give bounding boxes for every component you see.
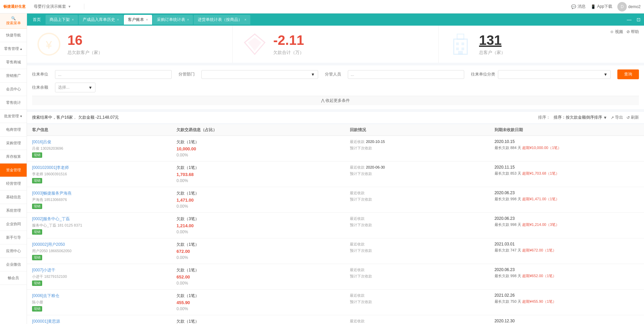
customer-name-5[interactable]: [0007]小进干 [32,268,55,272]
sidebar-item-newbie[interactable]: 新手引导 [0,231,27,244]
customer-info-2: [0003]畅捷服务尹海燕 尹海燕 18513066976 现销 [32,190,176,209]
export-icon: ↗ [611,115,614,120]
filter-collapse-btn[interactable]: ⋀ 收起更多条件 [32,96,639,105]
return-info-1: 最近收款 2020-06-30 预计下次收款 [350,165,494,176]
tab-product-shelf-close[interactable]: × [72,18,74,22]
due-date-5: 2020.06.23 [495,267,639,272]
return-info-2: 最近收款 预计下次收款 [350,190,494,202]
filter-category-arrow-icon: ▼ [604,72,608,77]
filter-balance-select[interactable]: 选择... ▼ [55,83,95,92]
due-info-2: 2020.06.23 最长欠款 998 天 超期¥1,471.00（1笔） [495,190,639,202]
customer-name-4[interactable]: [000002]用户2050 [32,242,65,247]
sidebar-item-quick-nav[interactable]: 快捷导航 [0,29,27,42]
filter-supplier-input[interactable]: ... [55,70,172,79]
filter-row-2: 往来余额 选择... ▼ [32,83,639,92]
customer-phone-2: 尹海燕 18513066976 [32,197,176,202]
app-download-btn[interactable]: 📱 App下载 [591,4,612,9]
tab-purchase-stats-close[interactable]: × [244,18,246,22]
app-label: App下载 [597,4,612,9]
tab-product-history[interactable]: 产成品入库单历史 × [79,15,123,25]
sidebar-item-basic-info[interactable]: 基础信息 [0,190,27,204]
due-overdue-5[interactable]: 超期¥652.00（1笔） [522,274,556,278]
stat-icon-yuan: ¥ [37,32,61,56]
customer-info-5: [0007]小进干 小进干 18279152100 现销 [32,267,176,286]
content-area: 首页 商品上下架 × 产成品入库单历史 × 客户账本 × 采购订单统计表 × 进… [27,13,644,324]
search-menu[interactable]: 🔍 搜索菜单 [0,13,27,29]
tab-product-history-close[interactable]: × [117,18,119,22]
sidebar-item-member-center[interactable]: 会员中心 [0,83,27,96]
marketing-label: 营销推广 [6,73,21,78]
result-debt-summary: 欠款金额 -21,148.07元 [78,115,119,120]
due-overdue-2[interactable]: 超期¥1,471.00（1笔） [522,197,559,201]
customer-phone-5: 小进干 18279152100 [32,274,176,279]
sidebar-item-app-center[interactable]: 应用中心 [0,244,27,258]
tab-customer-account-close[interactable]: × [146,18,148,22]
filter-person-input[interactable]: ... [348,70,465,79]
video-btn[interactable]: ⊙ 视频 [610,29,623,35]
sidebar-item-system[interactable]: 系统管理 [0,204,27,217]
debt-total-label: 欠款合计（万） [273,50,304,56]
customer-tag-4: 现销 [32,255,42,260]
due-days-4: 最长欠款 747 天 超期¥672.00（1笔） [495,248,639,253]
message-btn[interactable]: 💬 消息 [571,4,586,9]
tab-customer-account[interactable]: 客户账本 × [124,15,152,25]
due-date-7: 2020.12.30 [495,319,639,323]
refresh-button[interactable]: ↺ 刷新 [626,115,639,120]
customer-name-0[interactable]: [0016]吕俊 [32,140,51,144]
sidebar-item-retail-mgmt[interactable]: 零售管理 ▲ [0,42,27,56]
return-next-3: 预计下次收款 [350,223,494,228]
sidebar-item-marketing[interactable]: 营销推广 [0,69,27,83]
svg-rect-8 [456,48,459,50]
table-row: [0002]服务中心_丁磊 服务中心_丁磊 181 0125 8371 现销 欠… [27,213,644,238]
stat-icon-diamond [243,32,267,56]
company-name: 母婴行业演示账套 [34,4,66,9]
due-overdue-4[interactable]: 超期¥672.00（1笔） [522,248,556,252]
sidebar-item-retail-stats[interactable]: 零售统计 [0,96,27,110]
due-overdue-6[interactable]: 超期¥455.90（1笔） [522,299,556,303]
sidebar-item-batch-mgmt[interactable]: 批发管理 ▼ [0,110,27,123]
enterprise-label: 企业协同 [6,222,21,226]
filter-category-select[interactable]: ▼ [498,70,611,79]
export-button[interactable]: ↗ 导出 [611,115,623,120]
filter-dept-select[interactable]: ▼ [201,70,318,79]
due-overdue-1[interactable]: 超期¥1,703.68（1笔） [522,171,559,175]
sidebar-item-finance[interactable]: 资金管理 [0,164,27,177]
user-area[interactable]: D demo2 [617,2,641,11]
due-overdue-3[interactable]: 超期¥1,214.00（3笔） [522,223,559,227]
tab-purchase-order[interactable]: 采购订单统计表 × [153,15,193,25]
tab-product-shelf[interactable]: 商品上下架 × [46,15,78,25]
debt-count-1: 欠款（1笔） [176,165,350,171]
sidebar-item-purchase[interactable]: 采购管理 [0,137,27,150]
filter-person-label: 分管人员 [325,71,345,77]
sidebar-item-inventory[interactable]: 库存核算 [0,150,27,164]
customer-name-1[interactable]: [0001020001]李老师 [32,165,69,170]
sidebar-item-retail-mall[interactable]: 零售商城 [0,56,27,69]
customer-name-6[interactable]: [0006]去下粮仓 [32,293,59,298]
tab-purchase-order-close[interactable]: × [187,18,189,22]
tab-minimize-btn[interactable]: — [625,16,633,23]
customer-info-0: [0016]吕俊 吕俊 13026203696 现销 [32,139,176,158]
filter-area: 往来单位 ... 分管部门 ▼ 分管人员 [27,65,644,109]
company-selector[interactable]: 母婴行业演示账套 ▼ [30,4,84,9]
sidebar-item-enterprise[interactable]: 企业协同 [0,217,27,231]
customer-name-7[interactable]: [000001]黄思源 [32,319,60,324]
debt-amount-3: 1,214.00 [176,223,350,228]
tab-home[interactable]: 首页 [29,15,45,25]
sidebar-item-wechat[interactable]: 企业微信 [0,258,27,271]
customer-name-2[interactable]: [0003]畅捷服务尹海燕 [32,191,72,196]
sidebar-item-member-plus[interactable]: 畅会员 [0,271,27,285]
stat-info-debt-total: -2.11 欠款合计（万） [273,33,304,56]
customer-name-3[interactable]: [0002]服务中心_丁磊 [32,216,70,221]
sidebar-item-ecommerce[interactable]: 电商管理 [0,123,27,137]
help-btn[interactable]: ⊘ 帮助 [626,29,639,35]
message-label: 消息 [578,4,586,9]
tab-maximize-btn[interactable]: ⊡ [635,16,642,23]
sort-button[interactable]: 排序：按欠款金额倒序排序 ▼ [554,115,607,120]
customer-phone-1: 李老师 18600391516 [32,172,176,177]
due-overdue-0[interactable]: 超期¥10,000.00（1笔） [522,146,561,150]
query-button[interactable]: 查询 [617,69,639,79]
sidebar-item-operation[interactable]: 经营管理 [0,177,27,190]
return-date-1: 2020-06-30 [366,165,385,169]
tab-purchase-stats[interactable]: 进货单统计表（按商品） × [194,15,250,25]
return-label-6: 最近收款 [350,293,365,297]
